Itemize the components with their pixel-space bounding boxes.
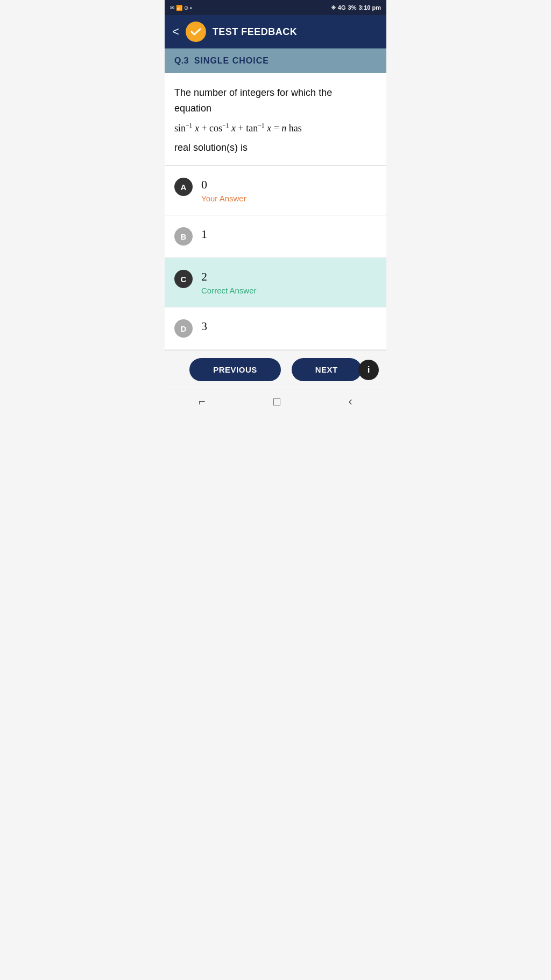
wifi-icon: 📶 [176,5,182,11]
previous-button[interactable]: PREVIOUS [189,358,281,381]
logo-icon [189,25,203,39]
nav-bar: < TEST FEEDBACK [165,15,386,48]
email-icon: ✉ [170,5,174,11]
option-a-badge: A [174,178,193,196]
next-button[interactable]: NEXT [292,358,362,381]
question-header: Q.3 SINGLE CHOICE [165,48,386,73]
option-b-badge: B [174,227,193,246]
app-logo [186,22,206,42]
option-d-badge: D [174,319,193,338]
option-c-badge: C [174,270,193,288]
option-a-content: 0 Your Answer [201,178,246,203]
question-text: The number of integers for which the equ… [174,85,377,156]
clock-icon: ⊙ [184,5,188,11]
android-nav-bar: ⌐ □ ‹ [165,389,386,412]
android-icon: ▪ [190,5,192,11]
question-text-part2: equation [174,101,377,116]
info-button[interactable]: i [358,360,379,380]
status-right: ✳ 4G 3% 3:10 pm [331,4,381,11]
option-c[interactable]: C 2 Correct Answer [165,258,386,307]
option-b-content: 1 [201,227,207,241]
status-bar: ✉ 📶 ⊙ ▪ ✳ 4G 3% 3:10 pm [165,0,386,15]
info-icon: i [368,365,370,375]
option-d[interactable]: D 3 [165,307,386,350]
question-math: sin−1 x + cos−1 x + tan−1 x = n has [174,121,377,136]
option-a-user-label: Your Answer [201,194,246,203]
option-c-value: 2 [201,270,257,284]
option-b[interactable]: B 1 [165,215,386,258]
question-text-part3: real solution(s) is [174,140,377,156]
bottom-nav: PREVIOUS NEXT i [165,350,386,389]
options-container: A 0 Your Answer B 1 C 2 Correct Answer D… [165,166,386,350]
android-back-icon[interactable]: ⌐ [199,395,206,409]
bluetooth-icon: ✳ [331,4,336,11]
option-d-content: 3 [201,319,207,333]
question-type: SINGLE CHOICE [194,56,269,66]
option-c-correct-label: Correct Answer [201,286,257,295]
time-text: 3:10 pm [358,4,381,11]
option-a[interactable]: A 0 Your Answer [165,166,386,215]
question-text-part1: The number of integers for which the [174,85,377,101]
signal-text: 4G [338,4,346,11]
status-icons: ✉ 📶 ⊙ ▪ [170,5,192,11]
option-c-content: 2 Correct Answer [201,270,257,295]
option-a-value: 0 [201,178,246,192]
page-title: TEST FEEDBACK [213,26,298,38]
battery-text: 3% [348,4,357,11]
option-b-value: 1 [201,227,207,241]
question-number: Q.3 [174,56,189,66]
question-body: The number of integers for which the equ… [165,73,386,166]
android-home-icon[interactable]: □ [273,395,280,409]
android-recents-icon[interactable]: ‹ [349,395,352,409]
option-d-value: 3 [201,319,207,333]
back-button[interactable]: < [172,26,179,38]
